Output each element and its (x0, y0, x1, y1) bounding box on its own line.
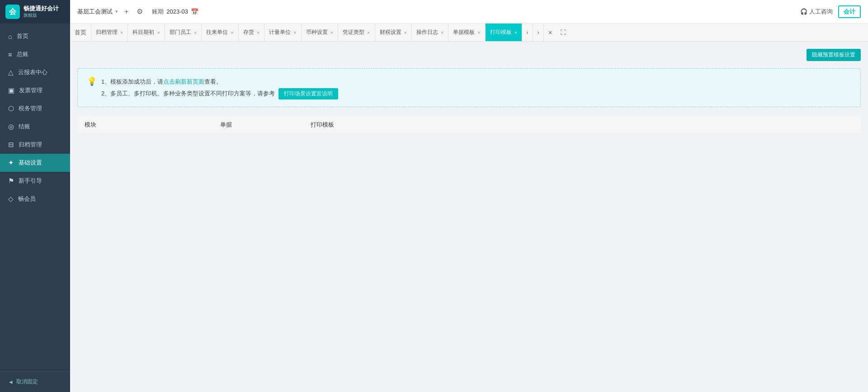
notice-refresh-link[interactable]: 点击刷新新页面 (163, 78, 204, 85)
sidebar-label-ledger: 总账 (17, 50, 28, 58)
tab-dept-close-icon[interactable]: × (194, 30, 197, 35)
logo-sub: 旗舰版 (24, 12, 59, 19)
tab-singleform-close-icon[interactable]: × (477, 30, 480, 35)
logo-title: 畅捷通好会计 (24, 5, 59, 13)
table-container: 模块 单据 打印模板 (77, 116, 861, 134)
period-value: 2023-03 (166, 8, 188, 15)
sidebar-label-invoice: 发票管理 (19, 86, 42, 94)
tab-prev-button[interactable]: ‹ (522, 24, 533, 41)
period-label: 账期 (152, 8, 164, 16)
tab-oplog[interactable]: 操作日志 × (412, 24, 448, 41)
content-area: 隐藏预置模板设置 💡 1、模板添加成功后，请点击刷新新页面查看。 2、多员工、多… (70, 42, 868, 392)
company-name: 基层工会测试 (77, 8, 113, 16)
tab-currency[interactable]: 币种设置 × (302, 24, 338, 41)
tab-inventory-close-icon[interactable]: × (257, 30, 259, 35)
top-right-area: 隐藏预置模板设置 (77, 49, 861, 65)
tab-close-all-button[interactable]: × (544, 24, 557, 41)
tab-singleform-label: 单据模板 (453, 28, 475, 36)
support-button[interactable]: 🎧 人工咨询 (800, 8, 833, 16)
unpin-label: 取消固定 (16, 378, 38, 386)
topbar: 基层工会测试 ▾ + ⚙ 账期 2023-03 📅 🎧 人工咨询 会计 (70, 0, 868, 24)
tab-archive-label: 归档管理 (96, 28, 118, 36)
sidebar-footer-unpin[interactable]: ◄ 取消固定 (0, 371, 70, 392)
th-template: 打印模板 (303, 116, 861, 133)
tab-archive-close-icon[interactable]: × (120, 30, 123, 35)
sidebar-item-invoice[interactable]: ▣ 发票管理 (0, 81, 70, 99)
sidebar-item-archive[interactable]: ⊟ 归档管理 (0, 136, 70, 154)
kuaiji-button[interactable]: 会计 (838, 5, 861, 18)
tab-unit[interactable]: 计量单位 × (264, 24, 301, 41)
tab-printtemplate[interactable]: 打印模板 × (486, 24, 522, 41)
sidebar-label-home: 首页 (17, 32, 28, 40)
settings-icon[interactable]: ⚙ (135, 5, 145, 18)
checkout-icon: ◎ (8, 123, 14, 131)
tab-unit-close-icon[interactable]: × (293, 30, 296, 35)
sidebar: 会 畅捷通好会计 旗舰版 ⌂ 首页 ≡ 总账 △ 云报表中心 ▣ 发票管理 ⬡ … (0, 0, 70, 392)
tab-currency-close-icon[interactable]: × (330, 30, 333, 35)
company-chevron-icon: ▾ (115, 9, 118, 14)
tab-dept[interactable]: 部门员工 × (165, 24, 202, 41)
notice-line2: 2、多员工、多打印机、多种业务类型设置不同打印方案等，请参考 打印场景设置宣说明 (101, 88, 338, 99)
member-icon: ◇ (8, 195, 14, 203)
add-company-button[interactable]: + (123, 6, 130, 18)
tab-home-label: 首页 (75, 28, 86, 37)
sidebar-item-basic[interactable]: ✦ 基础设置 (0, 154, 70, 172)
tab-inventory[interactable]: 存货 × (239, 24, 264, 41)
tab-subject-close-icon[interactable]: × (157, 30, 160, 35)
tab-taxset[interactable]: 财税设置 × (375, 24, 412, 41)
sidebar-item-checkout[interactable]: ◎ 结账 (0, 118, 70, 136)
topbar-actions: + ⚙ (123, 5, 145, 18)
sidebar-item-guide[interactable]: ⚑ 新手引导 (0, 172, 70, 190)
sidebar-label-tax: 税务管理 (19, 104, 42, 113)
sidebar-item-tax[interactable]: ⬡ 税务管理 (0, 99, 70, 118)
tab-oplog-label: 操作日志 (416, 28, 438, 36)
calendar-icon[interactable]: 📅 (191, 8, 198, 15)
tab-partner[interactable]: 往来单位 × (202, 24, 238, 41)
notice-box: 💡 1、模板添加成功后，请点击刷新新页面查看。 2、多员工、多打印机、多种业务类… (77, 68, 861, 107)
sidebar-label-reports: 云报表中心 (18, 68, 47, 76)
tab-subject-label: 科目期初 (132, 28, 154, 36)
notice-line2-prefix: 2、多员工、多打印机、多种业务类型设置不同打印方案等，请参考 (101, 90, 275, 97)
sidebar-item-ledger[interactable]: ≡ 总账 (0, 45, 70, 63)
sidebar-label-checkout: 结账 (19, 123, 30, 131)
tab-singleform[interactable]: 单据模板 × (448, 24, 485, 41)
sidebar-item-home[interactable]: ⌂ 首页 (0, 27, 70, 45)
topbar-period: 账期 2023-03 📅 (152, 8, 198, 16)
table-header: 模块 单据 打印模板 (77, 116, 861, 134)
tab-inventory-label: 存货 (243, 28, 254, 36)
tab-subject[interactable]: 科目期初 × (128, 24, 165, 41)
notice-line1-suffix: 查看。 (204, 78, 222, 85)
sidebar-item-reports[interactable]: △ 云报表中心 (0, 63, 70, 81)
unpin-icon: ◄ (8, 379, 14, 385)
tab-next-button[interactable]: › (533, 24, 544, 41)
main-area: 基层工会测试 ▾ + ⚙ 账期 2023-03 📅 🎧 人工咨询 会计 首页 归… (70, 0, 868, 392)
tab-archive[interactable]: 归档管理 × (91, 24, 128, 41)
reports-icon: △ (8, 68, 14, 76)
tab-voucher-close-icon[interactable]: × (367, 30, 370, 35)
tab-oplog-close-icon[interactable]: × (441, 30, 443, 35)
support-label: 人工咨询 (809, 8, 833, 16)
sidebar-item-member[interactable]: ◇ 畅会员 (0, 190, 70, 208)
tab-taxset-close-icon[interactable]: × (404, 30, 407, 35)
tab-voucher[interactable]: 凭证类型 × (338, 24, 375, 41)
logo-icon: 会 (5, 5, 20, 19)
hide-preset-template-button[interactable]: 隐藏预置模板设置 (807, 49, 861, 61)
tab-printtemplate-close-icon[interactable]: × (514, 30, 517, 35)
tax-icon: ⬡ (8, 104, 14, 113)
tab-expand-button[interactable]: ⛶ (557, 24, 569, 41)
sidebar-menu: ⌂ 首页 ≡ 总账 △ 云报表中心 ▣ 发票管理 ⬡ 税务管理 ◎ 结账 ⊟ 归… (0, 24, 70, 371)
topbar-right: 🎧 人工咨询 会计 (800, 5, 861, 18)
logo-text: 畅捷通好会计 旗舰版 (24, 5, 59, 19)
tab-printtemplate-label: 打印模板 (490, 28, 512, 36)
th-single: 单据 (213, 116, 303, 133)
sidebar-label-member: 畅会员 (18, 195, 36, 203)
th-module: 模块 (77, 116, 213, 133)
support-headset-icon: 🎧 (800, 8, 807, 15)
basic-icon: ✦ (8, 159, 14, 167)
tab-partner-close-icon[interactable]: × (231, 30, 233, 35)
print-scene-button[interactable]: 打印场景设置宣说明 (278, 88, 338, 99)
tabbar: 首页 归档管理 × 科目期初 × 部门员工 × 往来单位 × 存货 × 计量单位… (70, 24, 868, 42)
notice-bulb-icon: 💡 (87, 76, 97, 99)
notice-content: 1、模板添加成功后，请点击刷新新页面查看。 2、多员工、多打印机、多种业务类型设… (101, 76, 338, 99)
tab-home[interactable]: 首页 (70, 24, 91, 41)
